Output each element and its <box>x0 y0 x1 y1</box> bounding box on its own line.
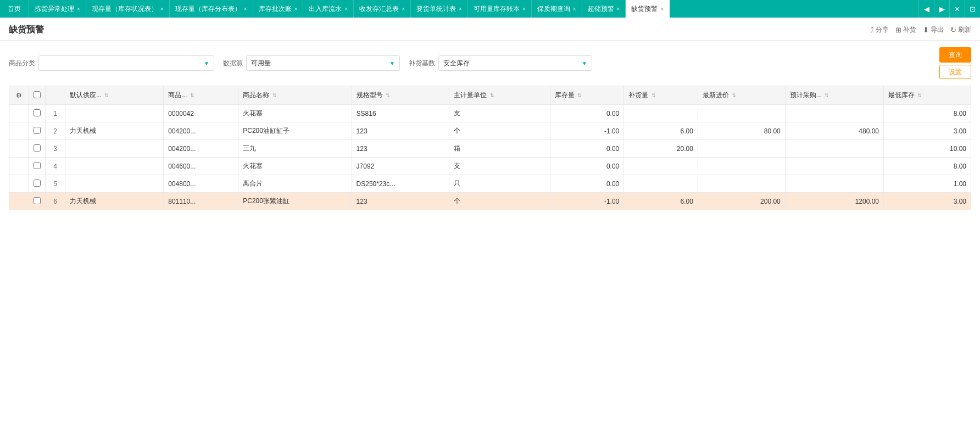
row-checkbox[interactable] <box>34 180 41 187</box>
table-row: 4 004600... 火花塞 J7092 支 0.00 8.00 <box>9 158 971 175</box>
tab-6-close[interactable]: × <box>402 6 405 12</box>
col-checkbox[interactable] <box>29 86 46 105</box>
nav-home[interactable]: 首页 <box>0 0 29 18</box>
table-container: ⚙ 默认供应... ⇅ 商品... ⇅ 商品名称 <box>0 86 980 210</box>
tab-3-close[interactable]: × <box>244 6 247 12</box>
row-checkbox-cell[interactable] <box>29 105 46 122</box>
col-replenish[interactable]: 补货量 ⇅ <box>624 86 698 105</box>
row-settings-cell <box>9 140 29 158</box>
row-settings-cell <box>9 175 29 193</box>
tab-2-label: 现存量（库存状况表） <box>92 4 158 14</box>
row-number: 3 <box>46 140 65 158</box>
replenish-value: 安全库存 <box>443 59 470 68</box>
row-checkbox-cell[interactable] <box>29 175 46 193</box>
tab-2[interactable]: 现存量（库存状况表） × <box>86 0 170 18</box>
tab-3[interactable]: 现存量（库存分布表） × <box>170 0 253 18</box>
datasource-select[interactable]: 可用量 ▼ <box>246 55 400 71</box>
nav-next-btn[interactable]: ▶ <box>934 0 949 18</box>
row-settings-cell <box>9 122 29 140</box>
tab-7[interactable]: 要货单统计表 × <box>411 0 468 18</box>
tab-10[interactable]: 超储预警 × <box>582 0 626 18</box>
row-checkbox-cell[interactable] <box>29 158 46 175</box>
row-checkbox[interactable] <box>34 127 41 134</box>
tab-11-close[interactable]: × <box>660 6 664 12</box>
row-checkbox[interactable] <box>34 144 41 152</box>
col-settings[interactable]: ⚙ <box>9 86 29 105</box>
page-content: 缺货预警 ⤴ 分享 ⊞ 补货 ⬇ 导出 ↻ 刷新 商品分类 <box>0 18 980 437</box>
row-checkbox[interactable] <box>34 162 41 169</box>
row-min-stock: 3.00 <box>884 193 971 210</box>
row-checkbox-cell[interactable] <box>29 193 46 210</box>
row-supplier <box>65 105 164 122</box>
replenish-select[interactable]: 安全库存 ▼ <box>438 55 592 71</box>
settings-button[interactable]: 设置 <box>939 65 971 79</box>
replenish-sort-icon: ⇅ <box>652 93 656 98</box>
row-supplier <box>65 140 164 158</box>
tab-9-close[interactable]: × <box>573 6 576 12</box>
tab-6[interactable]: 收发存汇总表 × <box>354 0 411 18</box>
tab-1-label: 拣货异常处理 <box>35 4 74 14</box>
query-button[interactable]: 查询 <box>939 47 971 63</box>
row-checkbox[interactable] <box>34 197 41 204</box>
code-sort-icon: ⇅ <box>190 93 194 98</box>
tab-8[interactable]: 可用量库存账本 × <box>468 0 532 18</box>
filter-replenish-group: 补货基数 安全库存 ▼ <box>409 55 592 71</box>
nav-prev-btn[interactable]: ◀ <box>918 0 934 18</box>
tab-2-close[interactable]: × <box>160 6 164 12</box>
tab-1-close[interactable]: × <box>77 6 80 12</box>
refresh-button[interactable]: ↻ 刷新 <box>950 25 971 35</box>
row-checkbox[interactable] <box>34 109 41 116</box>
tab-3-label: 现存量（库存分布表） <box>175 4 241 14</box>
replenish-arrow-icon: ▼ <box>582 60 587 66</box>
page-title: 缺货预警 <box>9 24 44 36</box>
spec-sort-icon: ⇅ <box>386 93 390 98</box>
tab-7-close[interactable]: × <box>459 6 462 12</box>
row-min-stock: 3.00 <box>884 122 971 140</box>
row-checkbox-cell[interactable] <box>29 122 46 140</box>
tab-9[interactable]: 保质期查询 × <box>532 0 582 18</box>
replenish-button[interactable]: ⊞ 补货 <box>895 25 916 35</box>
tab-7-label: 要货单统计表 <box>416 4 456 14</box>
col-min-stock[interactable]: 最低库存 ⇅ <box>884 86 971 105</box>
category-label: 商品分类 <box>9 59 35 68</box>
header-actions: ⤴ 分享 ⊞ 补货 ⬇ 导出 ↻ 刷新 <box>870 25 971 35</box>
share-button[interactable]: ⤴ 分享 <box>870 25 889 35</box>
tab-5[interactable]: 出入库流水 × <box>303 0 354 18</box>
col-supplier[interactable]: 默认供应... ⇅ <box>65 86 164 105</box>
row-estimated-purchase: 1200.00 <box>785 193 883 210</box>
row-unit: 只 <box>449 175 550 193</box>
row-supplier <box>65 158 164 175</box>
row-stock: 0.00 <box>550 105 624 122</box>
row-checkbox-cell[interactable] <box>29 140 46 158</box>
col-spec[interactable]: 规格型号 ⇅ <box>352 86 449 105</box>
col-code[interactable]: 商品... ⇅ <box>164 86 238 105</box>
row-spec: DS250*23c... <box>352 175 449 193</box>
row-spec: 123 <box>352 193 449 210</box>
row-stock: 0.00 <box>550 140 624 158</box>
row-latest-price: 80.00 <box>698 122 785 140</box>
nav-expand-btn[interactable]: ⊡ <box>965 0 980 18</box>
row-replenish <box>624 175 698 193</box>
col-estimated-purchase[interactable]: 预计采购... ⇅ <box>785 86 883 105</box>
tab-8-close[interactable]: × <box>522 6 526 12</box>
tab-5-close[interactable]: × <box>344 6 348 12</box>
col-name[interactable]: 商品名称 ⇅ <box>238 86 352 105</box>
tab-4[interactable]: 库存批次账 × <box>253 0 304 18</box>
tab-10-close[interactable]: × <box>617 6 620 12</box>
tab-11[interactable]: 缺货预警 × <box>626 0 670 18</box>
col-latest-price[interactable]: 最新进价 ⇅ <box>698 86 785 105</box>
select-all-checkbox[interactable] <box>34 91 41 98</box>
replenish-base-label: 补货基数 <box>409 59 435 68</box>
nav-close-all-btn[interactable]: ✕ <box>949 0 965 18</box>
category-select[interactable]: ▼ <box>38 55 214 71</box>
col-unit[interactable]: 主计量单位 ⇅ <box>449 86 550 105</box>
col-stock[interactable]: 库存量 ⇅ <box>550 86 624 105</box>
row-name: 火花塞 <box>238 105 352 122</box>
tab-4-close[interactable]: × <box>294 6 298 12</box>
row-code: 0000042 <box>164 105 238 122</box>
row-code: 004200... <box>164 140 238 158</box>
export-button[interactable]: ⬇ 导出 <box>923 25 944 35</box>
settings-icon: ⚙ <box>16 92 22 99</box>
tab-1[interactable]: 拣货异常处理 × <box>29 0 86 18</box>
latest-price-sort-icon: ⇅ <box>732 93 736 98</box>
